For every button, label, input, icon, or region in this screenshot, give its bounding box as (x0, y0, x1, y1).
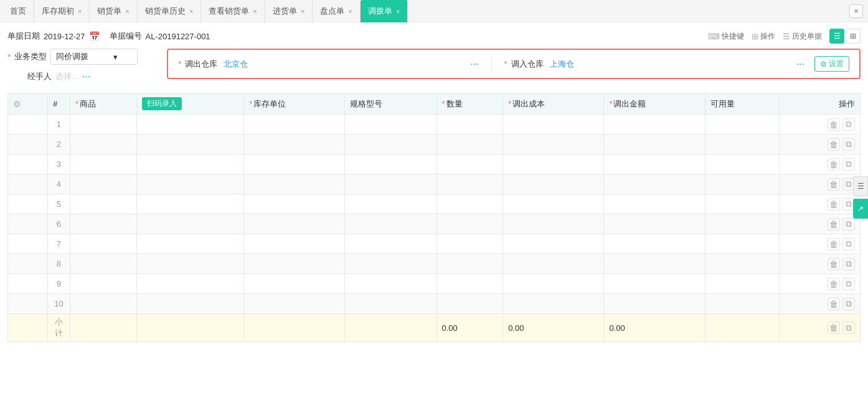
spec-cell[interactable] (345, 314, 436, 342)
tab-stock-init[interactable]: 库存期初 × (34, 0, 90, 22)
available-cell[interactable] (705, 174, 779, 194)
copy-button[interactable]: ⧉ (842, 278, 855, 290)
float-external-button[interactable]: ↗ (853, 199, 868, 219)
available-cell[interactable] (705, 314, 779, 342)
calendar-icon[interactable]: 📅 (89, 31, 100, 41)
out-more-icon[interactable]: ··· (470, 59, 478, 70)
available-cell[interactable] (705, 115, 779, 135)
copy-button[interactable]: ⧉ (842, 118, 855, 131)
unit-cell[interactable] (244, 214, 345, 234)
tab-transfer[interactable]: 调拨单 × (361, 0, 408, 22)
copy-button[interactable]: ⧉ (842, 158, 855, 171)
copy-button[interactable]: ⧉ (842, 218, 855, 231)
qty-cell[interactable] (436, 254, 503, 274)
delete-button[interactable]: 🗑 (828, 138, 840, 151)
unit-cell[interactable] (244, 194, 345, 214)
shortcut-button[interactable]: ⌨ 快捷键 (708, 31, 744, 42)
tab-sales-history[interactable]: 销货单历史 × (138, 0, 201, 22)
available-cell[interactable] (705, 274, 779, 294)
operate-button[interactable]: ⊞ 操作 (752, 31, 775, 42)
product-cell[interactable] (70, 274, 136, 294)
qty-cell[interactable] (436, 135, 503, 155)
available-cell[interactable] (705, 194, 779, 214)
qty-cell[interactable] (436, 294, 503, 314)
spec-cell[interactable] (345, 174, 436, 194)
delete-button[interactable]: 🗑 (828, 298, 840, 310)
copy-button[interactable]: ⧉ (842, 138, 855, 151)
tab-view-sales[interactable]: 查看销货单 × (201, 0, 265, 22)
cost-cell[interactable] (503, 174, 604, 194)
tab-stock-init-close[interactable]: × (78, 7, 82, 15)
amount-cell[interactable] (604, 294, 705, 314)
out-value[interactable]: 北京仓 (224, 59, 248, 70)
qty-cell[interactable] (436, 274, 503, 294)
cost-cell[interactable] (503, 135, 604, 155)
qty-cell[interactable]: 0.00 (436, 314, 503, 342)
cost-cell[interactable]: 0.00 (503, 314, 604, 342)
spec-cell[interactable] (345, 214, 436, 234)
delete-button[interactable]: 🗑 (828, 278, 840, 290)
float-list-button[interactable]: ☰ (853, 176, 868, 196)
in-value[interactable]: 上海仓 (550, 59, 574, 70)
cost-cell[interactable] (503, 294, 604, 314)
tab-sales-order[interactable]: 销货单 × (90, 0, 137, 22)
spec-cell[interactable] (345, 194, 436, 214)
tab-home[interactable]: 首页 (5, 0, 34, 22)
product-cell[interactable] (70, 174, 136, 194)
cost-cell[interactable] (503, 214, 604, 234)
copy-button[interactable]: ⧉ (842, 298, 855, 310)
cost-cell[interactable] (503, 115, 604, 135)
spec-cell[interactable] (345, 155, 436, 174)
tab-sales-history-close[interactable]: × (189, 7, 193, 15)
qty-cell[interactable] (436, 214, 503, 234)
copy-button[interactable]: ⧉ (842, 258, 855, 270)
available-cell[interactable] (705, 214, 779, 234)
product-cell[interactable] (70, 155, 136, 174)
available-cell[interactable] (705, 234, 779, 254)
amount-cell[interactable]: 0.00 (604, 314, 705, 342)
tab-inventory[interactable]: 盘点单 × (313, 0, 360, 22)
amount-cell[interactable] (604, 115, 705, 135)
product-cell[interactable] (70, 294, 136, 314)
delete-button[interactable]: 🗑 (828, 198, 840, 211)
unit-cell[interactable] (244, 115, 345, 135)
product-cell[interactable] (70, 135, 136, 155)
spec-cell[interactable] (345, 294, 436, 314)
cost-cell[interactable] (503, 274, 604, 294)
delete-button[interactable]: 🗑 (828, 118, 840, 131)
product-cell[interactable] (70, 254, 136, 274)
delete-button[interactable]: 🗑 (828, 218, 840, 231)
product-cell[interactable] (70, 234, 136, 254)
cost-cell[interactable] (503, 155, 604, 174)
tab-purchase[interactable]: 进货单 × (265, 0, 313, 22)
copy-button[interactable]: ⧉ (842, 321, 855, 334)
spec-cell[interactable] (345, 135, 436, 155)
amount-cell[interactable] (604, 135, 705, 155)
gear-icon[interactable]: ⚙ (13, 99, 21, 109)
grid-view-button[interactable]: ⊞ (846, 29, 861, 44)
unit-cell[interactable] (244, 155, 345, 174)
amount-cell[interactable] (604, 274, 705, 294)
available-cell[interactable] (705, 155, 779, 174)
cost-cell[interactable] (503, 234, 604, 254)
product-cell[interactable] (70, 214, 136, 234)
unit-cell[interactable] (244, 294, 345, 314)
cost-cell[interactable] (503, 194, 604, 214)
close-all-tabs-button[interactable]: × (849, 4, 863, 18)
qty-cell[interactable] (436, 115, 503, 135)
delete-button[interactable]: 🗑 (828, 321, 840, 334)
available-cell[interactable] (705, 294, 779, 314)
amount-cell[interactable] (604, 254, 705, 274)
tab-inventory-close[interactable]: × (348, 7, 352, 15)
qty-cell[interactable] (436, 174, 503, 194)
delete-button[interactable]: 🗑 (828, 238, 840, 250)
amount-cell[interactable] (604, 234, 705, 254)
amount-cell[interactable] (604, 194, 705, 214)
settings-button[interactable]: ⚙ 设置 (814, 56, 849, 72)
cost-cell[interactable] (503, 254, 604, 274)
available-cell[interactable] (705, 254, 779, 274)
spec-cell[interactable] (345, 274, 436, 294)
spec-cell[interactable] (345, 115, 436, 135)
unit-cell[interactable] (244, 174, 345, 194)
unit-cell[interactable] (244, 135, 345, 155)
